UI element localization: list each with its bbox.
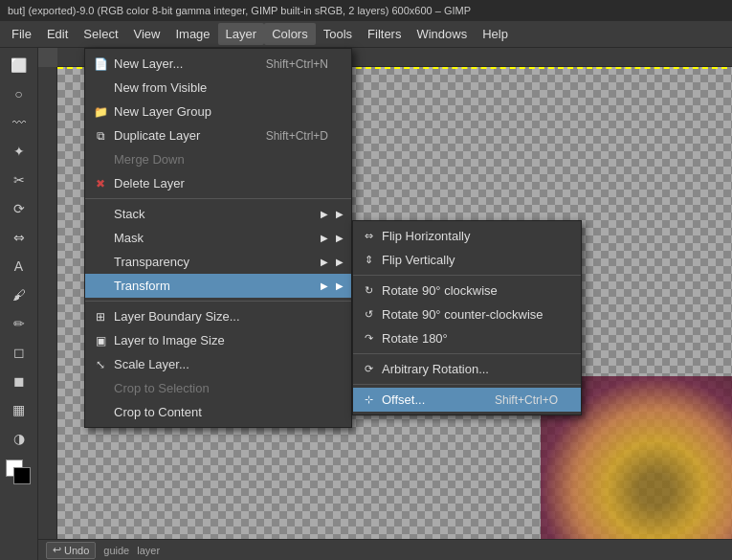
crop-to-content-label: Crop to Content xyxy=(114,405,202,419)
transform-label: Transform xyxy=(114,279,170,293)
boundary-size-icon: ⊞ xyxy=(91,310,110,324)
menu-file[interactable]: File xyxy=(4,23,39,45)
new-layer-group-label: New Layer Group xyxy=(114,104,211,119)
tool-ellipse[interactable]: ○ xyxy=(4,80,34,107)
transform-separator-1 xyxy=(353,275,581,276)
menu-item-mask[interactable]: Mask ▶ xyxy=(85,226,351,250)
transform-offset[interactable]: ⊹ Offset... Shift+Ctrl+O xyxy=(353,388,581,412)
mask-arrow: ▶ xyxy=(321,233,328,243)
offset-label: Offset... xyxy=(382,392,425,407)
menu-item-crop-to-selection: Crop to Selection xyxy=(85,376,351,400)
menu-select[interactable]: Select xyxy=(76,23,125,45)
left-toolbar: ⬜ ○ 〰 ✦ ✂ ⟳ ⇔ A 🖌 ✏ ◻ ◼ ▦ ◑ xyxy=(0,48,38,560)
delete-layer-icon: ✖ xyxy=(91,177,110,190)
transform-flip-vertically[interactable]: ⇕ Flip Vertically xyxy=(353,248,581,272)
title-text: but] (exported)-9.0 (RGB color 8-bit gam… xyxy=(8,5,471,16)
menu-item-new-from-visible[interactable]: New from Visible xyxy=(85,76,351,100)
menu-item-delete-layer[interactable]: ✖ Delete Layer xyxy=(85,171,351,195)
layer-to-image-size-label: Layer to Image Size xyxy=(114,333,225,347)
transform-arbitrary-rotation[interactable]: ⟳ Arbitrary Rotation... xyxy=(353,357,581,381)
menu-item-stack[interactable]: Stack ▶ xyxy=(85,202,351,226)
layer-to-image-icon: ▣ xyxy=(91,334,110,347)
flip-v-icon: ⇕ xyxy=(359,254,378,266)
menu-filters[interactable]: Filters xyxy=(360,23,409,45)
rotate-90-cw-label: Rotate 90° clockwise xyxy=(382,283,498,298)
tool-gradient[interactable]: ▦ xyxy=(4,396,34,423)
menu-item-crop-to-content[interactable]: Crop to Content xyxy=(85,400,351,424)
transform-separator-3 xyxy=(353,384,581,385)
new-layer-shortcut: Shift+Ctrl+N xyxy=(237,57,328,71)
menu-help[interactable]: Help xyxy=(475,23,516,45)
menu-item-layer-to-image-size[interactable]: ▣ Layer to Image Size xyxy=(85,328,351,352)
menu-item-new-layer-group[interactable]: 📁 New Layer Group xyxy=(85,100,351,123)
tool-crop[interactable]: ✂ xyxy=(4,167,34,193)
offset-icon: ⊹ xyxy=(359,393,378,406)
rotate-180-label: Rotate 180° xyxy=(382,331,448,346)
tool-text[interactable]: A xyxy=(4,253,34,280)
tool-bucket[interactable]: ◼ xyxy=(4,368,34,394)
stack-arrow: ▶ xyxy=(321,209,328,219)
crop-to-selection-label: Crop to Selection xyxy=(114,381,210,395)
transform-rotate-180[interactable]: ↷ Rotate 180° xyxy=(353,326,581,350)
menu-item-new-layer[interactable]: 📄 New Layer... Shift+Ctrl+N xyxy=(85,52,351,76)
new-layer-group-icon: 📁 xyxy=(91,105,110,119)
new-layer-icon: 📄 xyxy=(91,57,110,71)
menu-windows[interactable]: Windows xyxy=(409,23,475,45)
rotate-cw-icon: ↻ xyxy=(359,284,378,297)
undo-icon: ↩ xyxy=(53,544,61,556)
undo-label: Undo xyxy=(64,545,89,556)
rotate-90-ccw-label: Rotate 90° counter-clockwise xyxy=(382,307,543,322)
ruler-left xyxy=(38,67,57,560)
transform-submenu: ⇔ Flip Horizontally ⇕ Flip Vertically ↻ … xyxy=(352,220,582,415)
transform-flip-horizontally[interactable]: ⇔ Flip Horizontally xyxy=(353,224,581,248)
title-bar: but] (exported)-9.0 (RGB color 8-bit gam… xyxy=(0,0,732,21)
menu-item-duplicate-layer[interactable]: ⧉ Duplicate Layer Shift+Ctrl+D xyxy=(85,123,351,147)
menu-item-scale-layer[interactable]: ⤡ Scale Layer... xyxy=(85,352,351,376)
transform-rotate-90-ccw[interactable]: ↺ Rotate 90° counter-clockwise xyxy=(353,302,581,326)
scale-layer-icon: ⤡ xyxy=(91,358,110,371)
rotate-ccw-icon: ↺ xyxy=(359,308,378,321)
tool-lasso[interactable]: 〰 xyxy=(4,109,34,136)
flip-vertically-label: Flip Vertically xyxy=(382,253,455,267)
rotate-arb-icon: ⟳ xyxy=(359,363,378,375)
tool-paint[interactable]: 🖌 xyxy=(4,281,34,308)
menu-layer[interactable]: Layer xyxy=(218,23,265,45)
menu-edit[interactable]: Edit xyxy=(39,23,76,45)
duplicate-layer-label: Duplicate Layer xyxy=(114,128,200,143)
rotate-180-icon: ↷ xyxy=(359,332,378,345)
tool-rectangle[interactable]: ⬜ xyxy=(4,52,34,78)
layer-boundary-size-label: Layer Boundary Size... xyxy=(114,309,240,324)
new-from-visible-label: New from Visible xyxy=(114,80,207,95)
flip-h-icon: ⇔ xyxy=(359,230,378,242)
scale-layer-label: Scale Layer... xyxy=(114,357,189,371)
duplicate-layer-shortcut: Shift+Ctrl+D xyxy=(237,129,328,143)
menu-colors[interactable]: Colors xyxy=(264,23,316,45)
menu-tools[interactable]: Tools xyxy=(316,23,360,45)
delete-layer-label: Delete Layer xyxy=(114,176,185,190)
menu-item-layer-boundary-size[interactable]: ⊞ Layer Boundary Size... xyxy=(85,304,351,328)
transparency-label: Transparency xyxy=(114,255,189,269)
color-selector[interactable] xyxy=(4,458,34,488)
duplicate-layer-icon: ⧉ xyxy=(91,129,110,143)
tool-pencil[interactable]: ✏ xyxy=(4,310,34,337)
menu-image[interactable]: Image xyxy=(167,23,217,45)
separator-2 xyxy=(85,301,351,302)
menu-item-transparency[interactable]: Transparency ▶ xyxy=(85,250,351,274)
tool-flip[interactable]: ⇔ xyxy=(4,224,34,251)
flip-horizontally-label: Flip Horizontally xyxy=(382,229,470,243)
mask-label: Mask xyxy=(114,231,144,245)
menu-view[interactable]: View xyxy=(126,23,168,45)
menu-bar: File Edit Select View Image Layer Colors… xyxy=(0,21,732,48)
status-bar: ↩ Undo guide layer xyxy=(38,539,732,560)
arbitrary-rotation-label: Arbitrary Rotation... xyxy=(382,362,489,376)
tool-eraser[interactable]: ◻ xyxy=(4,339,34,366)
transform-rotate-90-cw[interactable]: ↻ Rotate 90° clockwise xyxy=(353,279,581,302)
stack-label: Stack xyxy=(114,207,145,221)
transform-separator-2 xyxy=(353,353,581,354)
tool-fuzzy[interactable]: ✦ xyxy=(4,138,34,165)
undo-button[interactable]: ↩ Undo xyxy=(46,542,96,559)
menu-item-transform[interactable]: Transform ▶ xyxy=(85,274,351,298)
tool-dodge[interactable]: ◑ xyxy=(4,425,34,452)
tool-transform[interactable]: ⟳ xyxy=(4,195,34,222)
separator-1 xyxy=(85,198,351,199)
